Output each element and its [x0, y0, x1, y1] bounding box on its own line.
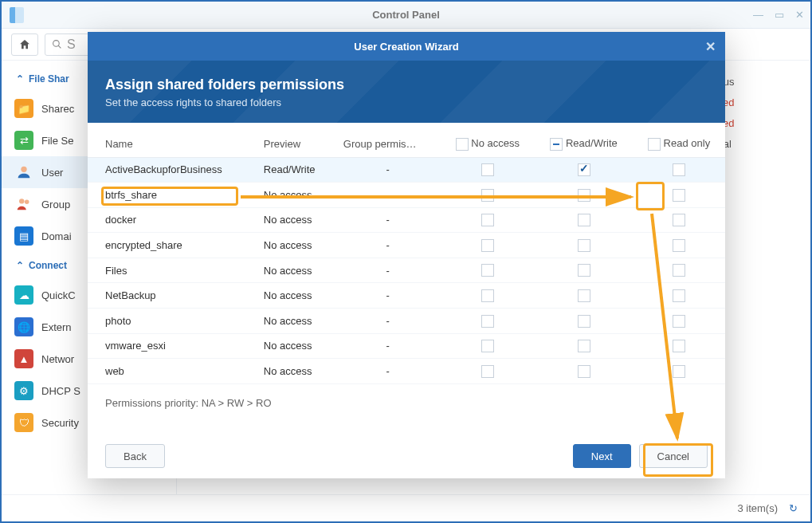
table-row[interactable]: NetBackupNo access-	[88, 283, 725, 309]
checkbox-readonly[interactable]	[673, 289, 685, 302]
cell-preview: No access	[256, 233, 335, 258]
checkbox-header-noaccess[interactable]	[456, 138, 469, 151]
cell-name: web	[88, 359, 256, 384]
app-icon	[10, 7, 24, 23]
cancel-button[interactable]: Cancel	[639, 444, 708, 468]
cell-group: -	[335, 207, 441, 233]
modal-subheading: Set the access rights to shared folders	[105, 96, 708, 108]
cell-preview: No access	[256, 308, 335, 333]
status-value: mal	[715, 134, 787, 155]
col-rw[interactable]: Read/Write	[535, 131, 633, 157]
cell-preview: No access	[256, 283, 335, 309]
globe-icon: 🌐	[14, 317, 33, 336]
table-row[interactable]: FilesNo access-	[88, 258, 725, 283]
table-row[interactable]: btrfs_shareNo access-	[88, 183, 725, 208]
svg-point-4	[25, 200, 29, 205]
checkbox-readwrite[interactable]	[578, 315, 590, 328]
checkbox-readonly[interactable]	[673, 264, 685, 277]
checkbox-noaccess[interactable]	[481, 264, 494, 277]
cell-group: -	[335, 308, 441, 333]
checkbox-noaccess[interactable]	[481, 214, 494, 226]
status-value: bled	[715, 92, 787, 113]
checkbox-readwrite[interactable]	[578, 365, 590, 378]
modal-close-button[interactable]: ✕	[705, 39, 716, 54]
cell-group: -	[335, 359, 441, 384]
cloud-icon: ☁	[14, 285, 33, 305]
col-preview[interactable]: Preview	[256, 131, 335, 157]
cell-group: -	[335, 233, 441, 258]
table-row[interactable]: photoNo access-	[88, 308, 725, 333]
checkbox-readonly[interactable]	[673, 163, 685, 176]
table-row[interactable]: webNo access-	[88, 359, 725, 384]
cell-group: -	[335, 157, 441, 183]
home-button[interactable]	[11, 33, 38, 56]
checkbox-readonly[interactable]	[673, 239, 685, 252]
checkbox-readwrite[interactable]	[578, 163, 590, 176]
col-noaccess[interactable]: No access	[441, 131, 535, 157]
checkbox-readwrite[interactable]	[578, 214, 590, 226]
col-name[interactable]: Name	[88, 131, 256, 157]
maximize-icon[interactable]: ▭	[775, 9, 784, 21]
checkbox-readwrite[interactable]	[578, 264, 590, 277]
refresh-icon[interactable]: ↻	[789, 502, 798, 514]
col-ro[interactable]: Read only	[633, 131, 725, 157]
checkbox-readonly[interactable]	[673, 340, 685, 352]
modal-title: User Creation Wizard	[354, 41, 458, 53]
cell-name: photo	[88, 308, 256, 333]
svg-point-2	[21, 167, 26, 172]
cell-name: encrypted_share	[88, 233, 256, 258]
cell-preview: No access	[256, 207, 335, 233]
checkbox-noaccess[interactable]	[481, 340, 494, 352]
table-row[interactable]: encrypted_shareNo access-	[88, 233, 725, 258]
checkbox-readwrite[interactable]	[578, 289, 590, 302]
checkbox-readonly[interactable]	[673, 315, 685, 328]
checkbox-noaccess[interactable]	[481, 163, 494, 176]
col-group[interactable]: Group permis…	[335, 131, 441, 157]
dhcp-icon: ⚙	[14, 381, 33, 400]
item-count: 3 item(s)	[737, 502, 778, 514]
checkbox-header-rw[interactable]	[550, 138, 563, 151]
close-icon[interactable]: ✕	[795, 9, 804, 21]
checkbox-noaccess[interactable]	[481, 239, 494, 252]
modal-titlebar: User Creation Wizard ✕	[88, 32, 725, 61]
checkbox-readonly[interactable]	[673, 214, 685, 226]
back-button[interactable]: Back	[105, 444, 165, 468]
checkbox-noaccess[interactable]	[481, 189, 494, 202]
status-header: atus	[715, 72, 787, 92]
cell-name: ActiveBackupforBusiness	[88, 157, 256, 183]
cell-preview: No access	[256, 333, 335, 359]
window-title: Control Panel	[372, 9, 440, 21]
footer: 3 item(s) ↻	[2, 494, 810, 521]
checkbox-noaccess[interactable]	[481, 289, 494, 302]
checkbox-readwrite[interactable]	[578, 189, 590, 202]
cell-name: vmware_esxi	[88, 333, 256, 359]
checkbox-readonly[interactable]	[673, 189, 685, 202]
minimize-icon[interactable]: —	[753, 9, 763, 21]
cell-name: btrfs_share	[88, 183, 256, 208]
cell-name: NetBackup	[88, 283, 256, 309]
checkbox-readwrite[interactable]	[578, 340, 590, 352]
checkbox-readonly[interactable]	[673, 365, 685, 378]
cell-group: -	[335, 258, 441, 283]
checkbox-noaccess[interactable]	[481, 365, 494, 378]
checkbox-header-ro[interactable]	[648, 138, 661, 151]
cell-name: docker	[88, 207, 256, 233]
group-icon	[14, 195, 33, 214]
cell-preview: No access	[256, 258, 335, 283]
modal-body: Name Preview Group permis… No access Rea…	[88, 123, 725, 434]
next-button[interactable]: Next	[573, 444, 631, 468]
shield-icon: 🛡	[14, 413, 33, 432]
table-row[interactable]: dockerNo access-	[88, 207, 725, 233]
network-icon: ▲	[14, 349, 33, 368]
swap-icon: ⇄	[14, 131, 33, 150]
modal-header: Assign shared folders permissions Set th…	[88, 61, 725, 123]
table-row[interactable]: vmware_esxiNo access-	[88, 333, 725, 359]
checkbox-readwrite[interactable]	[578, 239, 590, 252]
svg-line-1	[58, 45, 61, 48]
checkbox-noaccess[interactable]	[481, 315, 494, 328]
cell-group: -	[335, 333, 441, 359]
table-row[interactable]: ActiveBackupforBusinessRead/Write-	[88, 157, 725, 183]
svg-point-0	[53, 41, 60, 47]
cell-name: Files	[88, 258, 256, 283]
cell-preview: No access	[256, 183, 335, 208]
